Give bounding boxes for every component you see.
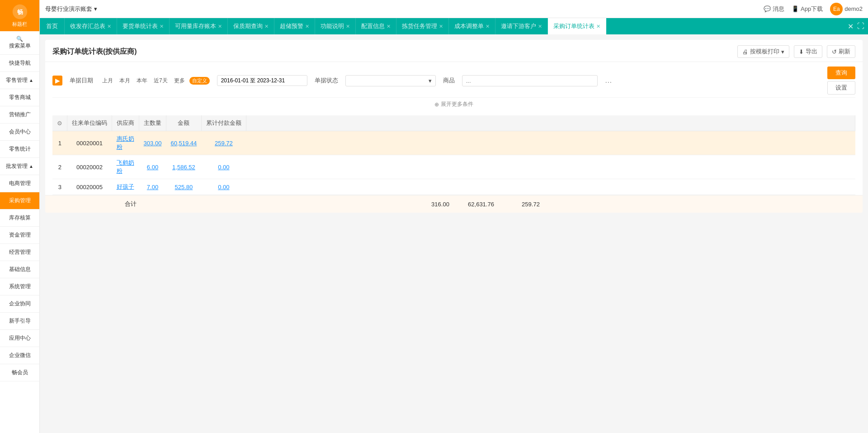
app-logo[interactable]: 畅 标题栏 bbox=[0, 0, 39, 31]
refresh-button[interactable]: ↺ 刷新 bbox=[827, 45, 855, 58]
date-shortcut-last-month[interactable]: 上月 bbox=[100, 76, 115, 85]
footer-qty: 316.00 bbox=[422, 201, 458, 208]
tab-close-icon[interactable]: ✕ bbox=[218, 24, 222, 29]
workspace-label: 母婴行业演示账套 bbox=[45, 5, 92, 13]
sidebar-item-finance[interactable]: 资金管理 bbox=[0, 227, 39, 244]
query-button[interactable]: 查询 bbox=[827, 67, 855, 79]
message-button[interactable]: 💬 消息 bbox=[764, 5, 784, 13]
user-menu[interactable]: Ea demo2 bbox=[830, 3, 863, 15]
sidebar-item-appcenter[interactable]: 应用中心 bbox=[0, 330, 39, 347]
tab-close-icon[interactable]: ✕ bbox=[264, 24, 269, 29]
tabs-close-button[interactable]: ✕ bbox=[848, 22, 854, 31]
tab-close-icon[interactable]: ✕ bbox=[486, 24, 490, 29]
sidebar-item-purchase[interactable]: 采购管理 bbox=[0, 192, 39, 209]
sidebar-item-operation[interactable]: 经营管理 bbox=[0, 244, 39, 261]
download-icon: 📱 bbox=[792, 5, 799, 12]
sidebar-item-system[interactable]: 系统管理 bbox=[0, 278, 39, 295]
date-range-input[interactable] bbox=[217, 75, 307, 86]
date-shortcut-this-year[interactable]: 本年 bbox=[135, 76, 149, 85]
goods-filter-more-icon[interactable]: … bbox=[605, 76, 612, 85]
print-button[interactable]: 🖨 按模板打印 ▾ bbox=[737, 45, 789, 58]
tab-home[interactable]: 首页 bbox=[40, 18, 65, 34]
sidebar-item-shortcut[interactable]: 快捷导航 bbox=[0, 55, 39, 72]
tab-close-icon[interactable]: ✕ bbox=[160, 24, 164, 29]
tab-peizhi[interactable]: 配置信息 ✕ bbox=[356, 18, 396, 34]
tab-baoyuanqixun[interactable]: 保质期查询 ✕ bbox=[228, 18, 274, 34]
tab-close-icon[interactable]: ✕ bbox=[305, 24, 309, 29]
sidebar-item-vip[interactable]: 畅会员 bbox=[0, 364, 39, 381]
tab-close-icon[interactable]: ✕ bbox=[346, 24, 350, 29]
column-settings-icon[interactable]: ⚙ bbox=[57, 120, 62, 127]
row-amount: 1,586.52 bbox=[166, 155, 202, 179]
status-select-arrow: ▾ bbox=[429, 77, 432, 84]
tab-chaochu[interactable]: 超储预警 ✕ bbox=[274, 18, 315, 34]
sidebar-item-member[interactable]: 会员中心 bbox=[0, 124, 39, 141]
export-button[interactable]: ⬇ 导出 bbox=[794, 45, 822, 58]
tab-label: 可用量库存账本 bbox=[175, 22, 216, 30]
row-code: 00020005 bbox=[67, 179, 112, 195]
app-download-button[interactable]: 📱 App下载 bbox=[792, 5, 823, 13]
sidebar-item-basic[interactable]: 基础信息 bbox=[0, 261, 39, 278]
table-wrap: ⚙ 往来单位编码 供应商 主数量 金额 累计付款金额 1 bbox=[45, 115, 863, 195]
tab-peihuorenwuguanli[interactable]: 拣货任务管理 ✕ bbox=[396, 18, 449, 34]
sidebar-item-ecom[interactable]: 电商管理 bbox=[0, 175, 39, 192]
content-area: 采购订单统计表(按供应商) 🖨 按模板打印 ▾ ⬇ 导出 ↺ 刷新 bbox=[40, 34, 868, 433]
tab-keyongliang[interactable]: 可用量库存账本 ✕ bbox=[170, 18, 228, 34]
sidebar-item-retail-stats[interactable]: 零售统计 bbox=[0, 141, 39, 158]
tab-yaohuodanjstatistics[interactable]: 要货单统计表 ✕ bbox=[117, 18, 170, 34]
tab-caigoustatistics[interactable]: 采购订单统计表 ✕ bbox=[548, 18, 606, 34]
tab-shoufakuan[interactable]: 收发存汇总表 ✕ bbox=[65, 18, 117, 34]
top-bar: 母婴行业演示账套 ▾ 💬 消息 📱 App下载 Ea demo2 bbox=[40, 0, 868, 18]
row-supplier[interactable]: 飞鹤奶粉 bbox=[112, 155, 139, 179]
date-filter-label: 单据日期 bbox=[70, 76, 93, 85]
page-header-actions: 🖨 按模板打印 ▾ ⬇ 导出 ↺ 刷新 bbox=[737, 45, 855, 58]
col-settings[interactable]: ⚙ bbox=[52, 115, 67, 131]
sidebar-item-wholesale[interactable]: 批发管理 ▲ bbox=[0, 158, 39, 175]
tab-gongnengshuo[interactable]: 功能说明 ✕ bbox=[315, 18, 356, 34]
tabs-maximize-button[interactable]: ⛶ bbox=[857, 22, 864, 30]
row-supplier[interactable]: 好孩子 bbox=[112, 179, 139, 195]
sidebar-item-search[interactable]: 🔍 搜索菜单 bbox=[0, 31, 39, 55]
col-code: 往来单位编码 bbox=[67, 115, 112, 131]
row-supplier[interactable]: 惠氏奶粉 bbox=[112, 131, 139, 155]
expand-more-button[interactable]: ⊕ 展开更多条件 bbox=[52, 97, 855, 111]
chevron-icon: ▲ bbox=[29, 164, 33, 169]
date-shortcut-this-month[interactable]: 本月 bbox=[118, 76, 132, 85]
filter-toggle-button[interactable]: ▶ bbox=[52, 76, 62, 86]
page-card: 采购订单统计表(按供应商) 🖨 按模板打印 ▾ ⬇ 导出 ↺ 刷新 bbox=[45, 40, 863, 213]
tab-label: 成本调整单 bbox=[454, 22, 484, 30]
workspace-selector[interactable]: 母婴行业演示账套 ▾ bbox=[45, 5, 97, 13]
sidebar-item-newguide[interactable]: 新手引导 bbox=[0, 313, 39, 330]
home-tab-label: 首页 bbox=[46, 22, 58, 30]
date-shortcuts: 上月 本月 本年 近7天 更多 自定义 bbox=[100, 76, 210, 85]
settings-button[interactable]: 设置 bbox=[827, 81, 855, 95]
tab-label: 超储预警 bbox=[280, 22, 303, 30]
tab-chengben[interactable]: 成本调整单 ✕ bbox=[449, 18, 495, 34]
sidebar-item-corpwx[interactable]: 企业微信 bbox=[0, 347, 39, 364]
tab-close-icon[interactable]: ✕ bbox=[387, 24, 391, 29]
tab-label: 配置信息 bbox=[361, 22, 385, 30]
date-shortcut-7days[interactable]: 近7天 bbox=[152, 76, 170, 85]
status-filter-select[interactable]: ▾ bbox=[345, 75, 436, 86]
date-shortcut-more[interactable]: 更多 bbox=[172, 76, 187, 85]
sidebar-item-inventory[interactable]: 库存核算 bbox=[0, 209, 39, 227]
sidebar-item-retail[interactable]: 零售管理 ▲ bbox=[0, 72, 39, 89]
sidebar-item-enterprise[interactable]: 企业协同 bbox=[0, 295, 39, 313]
row-amount: 60,519.44 bbox=[166, 131, 202, 155]
sidebar-item-marketing[interactable]: 营销推广 bbox=[0, 106, 39, 124]
row-code: 00020001 bbox=[67, 131, 112, 155]
sidebar-item-retail-mall[interactable]: 零售商城 bbox=[0, 89, 39, 106]
svg-text:畅: 畅 bbox=[17, 9, 23, 15]
avatar: Ea bbox=[830, 3, 843, 15]
tab-close-icon[interactable]: ✕ bbox=[439, 24, 443, 29]
print-dropdown-icon: ▾ bbox=[781, 48, 784, 55]
page-title: 采购订单统计表(按供应商) bbox=[52, 47, 137, 57]
goods-filter-input[interactable] bbox=[462, 75, 598, 86]
tab-close-icon[interactable]: ✕ bbox=[107, 24, 111, 29]
tab-close-icon[interactable]: ✕ bbox=[538, 24, 542, 29]
date-custom-badge[interactable]: 自定义 bbox=[189, 77, 210, 85]
tab-close-icon[interactable]: ✕ bbox=[596, 24, 600, 29]
tab-label: 要货单统计表 bbox=[123, 22, 158, 30]
tab-yaoqing[interactable]: 邀请下游客户 ✕ bbox=[495, 18, 548, 34]
table-row: 2 00020002 飞鹤奶粉 6.00 1,586.52 bbox=[52, 155, 855, 179]
